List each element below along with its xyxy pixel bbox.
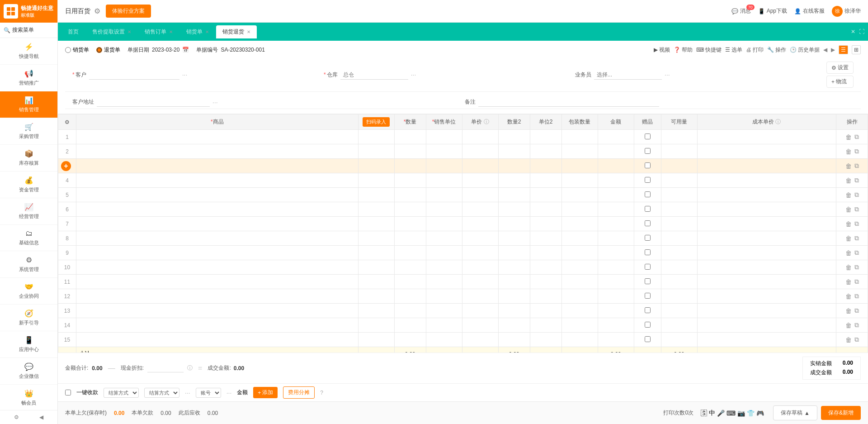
unit2-cell-3[interactable] — [530, 159, 561, 173]
copy-icon-11[interactable]: ⧉ — [854, 278, 859, 286]
gift-checkbox-6[interactable] — [645, 206, 651, 212]
salesperson-dots-btn[interactable]: ··· — [665, 71, 670, 78]
gift-checkbox-3[interactable] — [645, 162, 651, 168]
customer-input[interactable] — [89, 70, 179, 80]
amount-cell-8[interactable] — [598, 231, 634, 246]
gift-cell-11[interactable] — [634, 275, 661, 289]
delete-icon-15[interactable]: 🗑 — [845, 336, 852, 343]
gift-checkbox-1[interactable] — [645, 133, 651, 139]
package-qty-cell-11[interactable] — [561, 275, 598, 289]
copy-icon-8[interactable]: ⧉ — [854, 234, 859, 242]
unit-price-cell-2[interactable] — [462, 144, 498, 159]
package-qty-cell-10[interactable] — [561, 260, 598, 275]
tab-close-sales-delivery[interactable]: ✕ — [205, 29, 209, 34]
amount-cell-7[interactable] — [598, 217, 634, 231]
sidebar-item-purchase[interactable]: 🛒 采购管理 — [0, 118, 57, 145]
quantity-cell-1[interactable] — [394, 130, 426, 144]
select-btn[interactable]: ☰ 选单 — [725, 46, 742, 54]
unit-price-info-icon[interactable]: ⓘ — [484, 119, 489, 125]
product-cell-1[interactable] — [76, 130, 359, 144]
qty2-cell-13[interactable] — [498, 304, 530, 318]
help-btn[interactable]: ❓ 帮助 — [674, 46, 693, 54]
unit2-cell-10[interactable] — [530, 260, 561, 275]
salesperson-input[interactable] — [594, 70, 662, 80]
gift-cell-15[interactable] — [634, 333, 661, 347]
scan-btn[interactable]: 扫码录入 — [363, 117, 390, 127]
copy-icon-4[interactable]: ⧉ — [854, 176, 859, 184]
copy-icon-15[interactable]: ⧉ — [854, 336, 859, 343]
tab-sales-delivery[interactable]: 销货单✕ — [180, 25, 215, 38]
package-qty-cell-13[interactable] — [561, 304, 598, 318]
user-menu[interactable]: 徐 徐泽华 — [832, 6, 861, 17]
unit2-cell-13[interactable] — [530, 304, 561, 318]
address-input[interactable] — [97, 97, 210, 107]
product-cell-11[interactable] — [76, 275, 359, 289]
sidebar-item-wechat[interactable]: 💬 企业微信 — [0, 358, 57, 385]
gift-cell-7[interactable] — [634, 217, 661, 231]
package-qty-cell-1[interactable] — [561, 130, 598, 144]
amount-cell-13[interactable] — [598, 304, 634, 318]
qty2-cell-6[interactable] — [498, 202, 530, 217]
tab-close-sales-return[interactable]: ✕ — [247, 29, 250, 34]
amount-cell-4[interactable] — [598, 173, 634, 188]
quantity-cell-4[interactable] — [394, 173, 426, 188]
delete-icon-6[interactable]: 🗑 — [845, 206, 852, 213]
message-button[interactable]: 💬 消息 70 — [731, 7, 751, 15]
delete-icon-3[interactable]: 🗑 — [845, 162, 852, 170]
unit2-cell-5[interactable] — [530, 188, 561, 202]
qty2-cell-11[interactable] — [498, 275, 530, 289]
product-cell-6[interactable] — [76, 202, 359, 217]
unit-price-cell-7[interactable] — [462, 217, 498, 231]
package-qty-cell-4[interactable] — [561, 173, 598, 188]
sales-unit-cell-4[interactable] — [426, 173, 462, 188]
add-payment-btn[interactable]: + 添加 — [253, 387, 278, 398]
toolbar-icon-7[interactable]: 🎮 — [756, 410, 764, 417]
gift-checkbox-7[interactable] — [645, 220, 651, 226]
package-qty-cell-7[interactable] — [561, 217, 598, 231]
qty2-cell-8[interactable] — [498, 231, 530, 246]
search-menu[interactable]: 🔍 搜索菜单 — [0, 23, 57, 38]
unit-price-cell-8[interactable] — [462, 231, 498, 246]
delete-icon-7[interactable]: 🗑 — [845, 220, 852, 228]
app-download-button[interactable]: 📱 App下载 — [758, 7, 787, 15]
quantity-cell-6[interactable] — [394, 202, 426, 217]
gift-checkbox-9[interactable] — [645, 249, 651, 255]
toolbar-icon-5[interactable]: 📷 — [737, 410, 745, 417]
unit-price-cell-4[interactable] — [462, 173, 498, 188]
history-btn[interactable]: 🕒 历史单据 — [790, 46, 820, 54]
copy-icon-14[interactable]: ⧉ — [854, 321, 859, 329]
amount-cell-15[interactable] — [598, 333, 634, 347]
unit2-cell-8[interactable] — [530, 231, 561, 246]
unit-price-cell-10[interactable] — [462, 260, 498, 275]
sidebar-item-cooperation[interactable]: 🤝 企业协同 — [0, 278, 57, 305]
sidebar-item-basic-info[interactable]: 🗂 基础信息 — [0, 225, 57, 251]
next-btn[interactable]: ▶ — [831, 47, 835, 53]
unit2-cell-4[interactable] — [530, 173, 561, 188]
quantity-cell-2[interactable] — [394, 144, 426, 159]
amount-cell-1[interactable] — [598, 130, 634, 144]
product-cell-12[interactable] — [76, 289, 359, 304]
unit2-cell-9[interactable] — [530, 246, 561, 260]
sidebar-item-quick-nav[interactable]: ⚡ 快捷导航 — [0, 38, 57, 65]
product-cell-10[interactable] — [76, 260, 359, 275]
toolbar-icon-2[interactable]: 中 — [709, 409, 715, 417]
delete-icon-4[interactable]: 🗑 — [845, 177, 852, 184]
remarks-input[interactable] — [478, 97, 659, 107]
quantity-cell-7[interactable] — [394, 217, 426, 231]
discount-input[interactable] — [147, 364, 184, 372]
amount-cell-2[interactable] — [598, 144, 634, 159]
copy-icon-7[interactable]: ⧉ — [854, 220, 859, 228]
quantity-cell-8[interactable] — [394, 231, 426, 246]
card-view-btn[interactable]: ⊞ — [852, 45, 861, 54]
expense-help-icon[interactable]: ? — [320, 390, 323, 396]
tab-close-sales-order[interactable]: ✕ — [169, 29, 173, 34]
package-qty-cell-8[interactable] — [561, 231, 598, 246]
sales-unit-cell-14[interactable] — [426, 318, 462, 333]
copy-icon-3[interactable]: ⧉ — [854, 162, 859, 170]
package-qty-cell-15[interactable] — [561, 333, 598, 347]
settings-btn[interactable]: ⚙ 设置 — [826, 62, 854, 74]
copy-icon-9[interactable]: ⧉ — [854, 249, 859, 257]
calc-method-select2[interactable]: 结算方式 — [144, 388, 179, 398]
product-cell-5[interactable] — [76, 188, 359, 202]
sales-unit-cell-7[interactable] — [426, 217, 462, 231]
